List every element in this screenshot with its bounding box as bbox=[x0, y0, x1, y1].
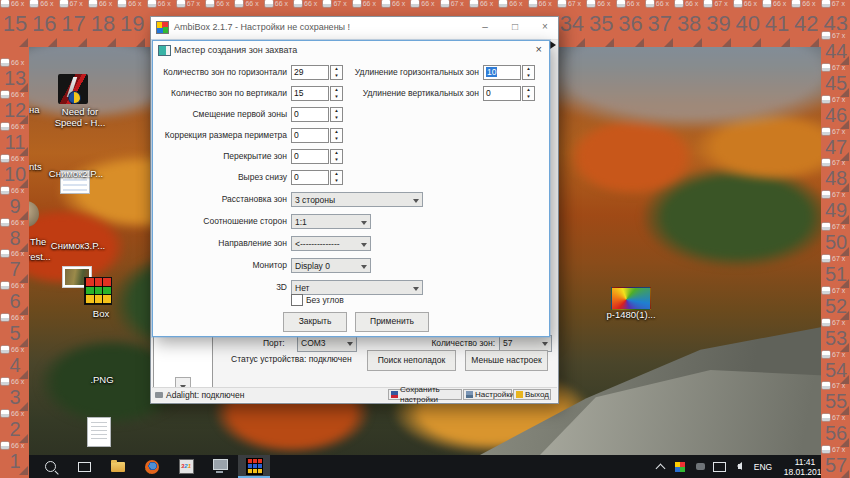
zone-size-label: 66 x bbox=[1, 346, 24, 353]
dropdown-select[interactable]: 1:1 bbox=[291, 214, 371, 229]
maximize-button[interactable]: □ bbox=[502, 17, 528, 39]
desktop-icon-ambibox-shortcut[interactable] bbox=[84, 277, 112, 305]
zone-size-text: 66 x bbox=[11, 155, 24, 162]
zone-resize-handle[interactable] bbox=[19, 38, 28, 47]
minimize-button[interactable]: – bbox=[472, 17, 498, 39]
number-input[interactable]: 0 bbox=[291, 149, 329, 164]
close-dialog-button[interactable]: Закрыть bbox=[283, 312, 347, 332]
zone-thumb-icon bbox=[822, 414, 830, 421]
taskbar-button-firefox[interactable] bbox=[136, 455, 168, 478]
save-settings-button[interactable]: Сохранить настройки bbox=[388, 389, 462, 400]
spinner-control[interactable]: ▲▼ bbox=[522, 65, 535, 80]
main-titlebar[interactable]: AmbiBox 2.1.7 - Настройки не сохранены !… bbox=[151, 17, 558, 40]
troubleshoot-button[interactable]: Поиск неполадок bbox=[367, 350, 456, 371]
desktop-icon-label: Снимок3.P... bbox=[46, 240, 110, 251]
settings-button[interactable]: Настройки bbox=[463, 389, 512, 400]
tray-app[interactable] bbox=[692, 455, 708, 478]
spin-down-icon[interactable]: ▼ bbox=[523, 73, 534, 80]
tray-network[interactable] bbox=[711, 455, 727, 478]
desktop-screen: Need for Speed - H...Снимок2.P...Снимок3… bbox=[0, 0, 850, 478]
zone-thumb-icon bbox=[382, 0, 390, 7]
taskbar-button-my-computer[interactable] bbox=[204, 455, 236, 478]
zone-number: 41 bbox=[762, 11, 792, 37]
port-select[interactable]: COM3 bbox=[297, 335, 357, 352]
spin-down-icon[interactable]: ▼ bbox=[331, 157, 342, 164]
dropdown-value: Display 0 bbox=[295, 261, 330, 271]
dropdown-select[interactable]: Нет bbox=[291, 280, 423, 295]
zone-resize-handle[interactable] bbox=[48, 38, 57, 47]
no-corners-checkbox[interactable] bbox=[291, 294, 303, 306]
zone-resize-handle[interactable] bbox=[810, 38, 819, 47]
desktop-label-fragment: The bbox=[30, 236, 46, 247]
zone-size-text: 67 x bbox=[832, 64, 845, 71]
less-settings-button[interactable]: Меньше настроек bbox=[465, 350, 548, 371]
taskbar-button-klite[interactable]: 321 bbox=[170, 455, 202, 478]
number-input[interactable]: 10 bbox=[483, 65, 521, 80]
spin-down-icon[interactable]: ▼ bbox=[523, 94, 534, 101]
spinner-control[interactable]: ▲▼ bbox=[330, 170, 343, 185]
zone-resize-handle[interactable] bbox=[605, 38, 614, 47]
spin-down-icon[interactable]: ▼ bbox=[331, 136, 342, 143]
zone-resize-handle[interactable] bbox=[693, 38, 702, 47]
field-label: Удлинение вертикальных зон bbox=[329, 88, 479, 98]
spin-down-icon[interactable]: ▼ bbox=[331, 178, 342, 185]
tray-language[interactable]: ENG bbox=[751, 455, 775, 478]
zone-resize-handle[interactable] bbox=[752, 38, 761, 47]
zone-resize-handle[interactable] bbox=[722, 38, 731, 47]
field-label: Количество зон по вертикали bbox=[161, 88, 287, 98]
spinner-control[interactable]: ▲▼ bbox=[522, 86, 535, 101]
desktop-icon-p-1480[interactable] bbox=[611, 287, 651, 310]
tray-expand-button[interactable] bbox=[652, 455, 668, 478]
zone-thumb-icon bbox=[411, 0, 419, 7]
zone-number: 15 bbox=[0, 11, 30, 37]
zone-resize-handle[interactable] bbox=[576, 38, 585, 47]
desktop-icon-png-file[interactable] bbox=[87, 417, 111, 447]
dialog-close-icon[interactable]: × bbox=[536, 43, 542, 55]
zone-size-label: 66 x bbox=[529, 0, 552, 7]
taskbar-button-search[interactable] bbox=[34, 455, 66, 478]
zone-size-label: 66 x bbox=[382, 0, 405, 7]
input-value: 0 bbox=[294, 172, 299, 182]
spinner-control[interactable]: ▲▼ bbox=[330, 107, 343, 122]
zone-resize-handle[interactable] bbox=[781, 38, 790, 47]
zone-resize-handle[interactable] bbox=[107, 38, 116, 47]
zone-resize-handle[interactable] bbox=[136, 38, 145, 47]
spinner-control[interactable]: ▲▼ bbox=[330, 128, 343, 143]
apply-button[interactable]: Применить bbox=[355, 312, 429, 332]
desktop-icon-label: Снимок2.P... bbox=[44, 168, 108, 179]
zone-size-text: 67 x bbox=[832, 382, 845, 389]
zone-resize-handle[interactable] bbox=[840, 470, 849, 478]
tray-volume[interactable] bbox=[733, 455, 749, 478]
zone-number: 42 bbox=[791, 11, 821, 37]
zone-resize-handle[interactable] bbox=[78, 38, 87, 47]
zone-thumb-icon bbox=[118, 0, 126, 7]
exit-button[interactable]: Выход bbox=[513, 389, 551, 400]
chevron-down-icon bbox=[413, 199, 419, 206]
zone-thumb-icon bbox=[1, 123, 9, 130]
number-input[interactable]: 0 bbox=[291, 170, 329, 185]
taskbar-button-file-explorer[interactable] bbox=[102, 455, 134, 478]
spin-down-icon[interactable]: ▼ bbox=[331, 115, 342, 122]
close-button[interactable]: × bbox=[532, 17, 558, 39]
zone-size-label: 66 x bbox=[1, 0, 24, 7]
profile-listbox[interactable] bbox=[153, 331, 213, 390]
zone-thumb-icon bbox=[822, 159, 830, 166]
dialog-titlebar[interactable]: Мастер создания зон захвата × bbox=[153, 41, 549, 59]
taskbar-button-task-view[interactable] bbox=[68, 455, 100, 478]
desktop-icon-need-for-speed[interactable] bbox=[58, 74, 88, 104]
zone-resize-handle[interactable] bbox=[664, 38, 673, 47]
tray-ambibox[interactable] bbox=[672, 455, 688, 478]
spinner-control[interactable]: ▲▼ bbox=[330, 149, 343, 164]
dropdown-select[interactable]: <-------------- bbox=[291, 236, 371, 251]
number-input[interactable]: 15 bbox=[291, 86, 329, 101]
dropdown-select[interactable]: 3 стороны bbox=[291, 192, 423, 207]
number-input[interactable]: 29 bbox=[291, 65, 329, 80]
zone-resize-handle[interactable] bbox=[635, 38, 644, 47]
scroll-right-icon[interactable] bbox=[550, 41, 560, 49]
zone-resize-handle[interactable] bbox=[19, 466, 28, 475]
number-input[interactable]: 0 bbox=[483, 86, 521, 101]
dropdown-select[interactable]: Display 0 bbox=[291, 258, 371, 273]
number-input[interactable]: 0 bbox=[291, 128, 329, 143]
taskbar-button-ambibox[interactable] bbox=[238, 455, 270, 478]
number-input[interactable]: 0 bbox=[291, 107, 329, 122]
